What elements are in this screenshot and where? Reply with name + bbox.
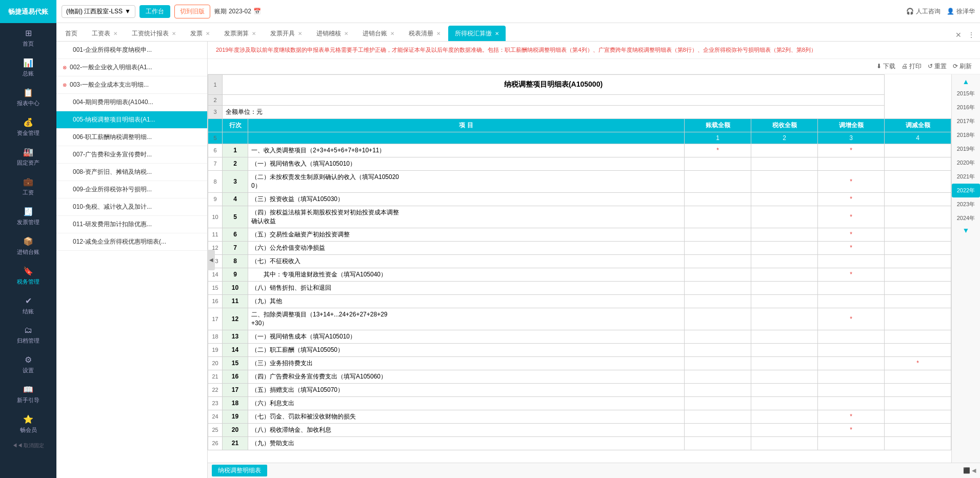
- col-e-8[interactable]: *: [818, 268, 885, 281]
- col-d-15[interactable]: [751, 370, 818, 383]
- col-e-7[interactable]: [818, 254, 885, 268]
- col-d-5[interactable]: [751, 228, 818, 241]
- col-e-3[interactable]: *: [818, 192, 885, 206]
- col-d-3[interactable]: [751, 192, 818, 206]
- year-down-btn[interactable]: ▼: [962, 225, 971, 235]
- col-e-18[interactable]: *: [818, 410, 885, 423]
- col-e-13[interactable]: [818, 343, 885, 356]
- col-f-1[interactable]: [885, 157, 951, 170]
- col-f-11[interactable]: [885, 308, 951, 330]
- tab-1[interactable]: 工资表✕: [85, 26, 124, 41]
- year-item-0[interactable]: 2015年: [952, 87, 980, 101]
- tab-6[interactable]: 进销稽核✕: [310, 26, 355, 41]
- tab-0[interactable]: 首页: [58, 26, 84, 41]
- col-e-2[interactable]: *: [818, 170, 885, 192]
- sidebar-item-7[interactable]: 📦进销台账: [0, 231, 56, 261]
- col-f-0[interactable]: [885, 144, 951, 157]
- col-d-9[interactable]: [751, 281, 818, 294]
- col-e-19[interactable]: *: [818, 423, 885, 436]
- col-f-16[interactable]: [885, 383, 951, 396]
- left-menu-item-1[interactable]: ⊗002-一般企业收入明细表(A1...: [56, 59, 207, 76]
- left-menu-item-6[interactable]: 007-广告费和业务宣传费时...: [56, 146, 207, 164]
- col-d-2[interactable]: [751, 170, 818, 192]
- col-f-4[interactable]: [885, 206, 951, 228]
- close-tab-btn[interactable]: ✕: [952, 30, 965, 40]
- col-c-16[interactable]: [685, 383, 751, 396]
- col-f-14[interactable]: *: [885, 356, 951, 370]
- tab-5[interactable]: 发票开具✕: [264, 26, 309, 41]
- year-item-2[interactable]: 2017年: [952, 114, 980, 128]
- left-menu-item-0[interactable]: 001-企业所得税年度纳税申...: [56, 42, 207, 59]
- col-d-12[interactable]: [751, 330, 818, 343]
- col-f-15[interactable]: [885, 370, 951, 383]
- col-f-12[interactable]: [885, 330, 951, 343]
- col-e-6[interactable]: *: [818, 241, 885, 254]
- sidebar-item-3[interactable]: 💰资金管理: [0, 112, 56, 142]
- col-c-13[interactable]: [685, 343, 751, 356]
- col-f-9[interactable]: [885, 281, 951, 294]
- col-f-19[interactable]: [885, 423, 951, 436]
- left-menu-item-10[interactable]: 011-研发费用加计扣除优惠...: [56, 216, 207, 233]
- calendar-icon[interactable]: 📅: [253, 8, 261, 15]
- col-f-7[interactable]: [885, 254, 951, 268]
- col-f-20[interactable]: [885, 436, 951, 450]
- download-btn[interactable]: ⬇ 下载: [876, 62, 895, 71]
- col-d-13[interactable]: [751, 343, 818, 356]
- col-e-9[interactable]: [818, 281, 885, 294]
- col-d-18[interactable]: [751, 410, 818, 423]
- col-d-14[interactable]: [751, 356, 818, 370]
- col-e-17[interactable]: [818, 396, 885, 410]
- tab-close-6[interactable]: ✕: [344, 31, 348, 36]
- col-e-4[interactable]: *: [818, 206, 885, 228]
- tab-close-5[interactable]: ✕: [298, 31, 302, 36]
- left-menu-item-11[interactable]: 012-减免企业所得税优惠明细表(...: [56, 233, 207, 251]
- sidebar-item-10[interactable]: 🗂归档管理: [0, 321, 56, 350]
- year-item-3[interactable]: 2018年: [952, 128, 980, 142]
- tab-8[interactable]: 税表清册✕: [402, 26, 447, 41]
- year-item-8[interactable]: 2023年: [952, 197, 980, 211]
- sidebar-item-9[interactable]: ✔结账: [0, 291, 56, 321]
- col-c-3[interactable]: [685, 192, 751, 206]
- col-c-8[interactable]: [685, 268, 751, 281]
- col-c-7[interactable]: [685, 254, 751, 268]
- col-d-19[interactable]: [751, 423, 818, 436]
- tab-close-4[interactable]: ✕: [252, 31, 256, 36]
- col-e-20[interactable]: [818, 436, 885, 450]
- col-c-11[interactable]: [685, 308, 751, 330]
- year-item-6[interactable]: 2021年: [952, 170, 980, 184]
- workbench-btn[interactable]: 工作台: [139, 5, 170, 18]
- col-f-3[interactable]: [885, 192, 951, 206]
- tab-3[interactable]: 发票✕: [184, 26, 216, 41]
- sidebar-item-1[interactable]: 📊总账: [0, 53, 56, 83]
- sidebar-item-2[interactable]: 📋报表中心: [0, 83, 56, 112]
- sheet-main[interactable]: 1纳税调整项目明细表(A105000)23全额单位：元 行次 项 目 账载全额 …: [208, 74, 951, 463]
- col-d-16[interactable]: [751, 383, 818, 396]
- col-d-1[interactable]: [751, 157, 818, 170]
- col-f-13[interactable]: [885, 343, 951, 356]
- tab-close-1[interactable]: ✕: [113, 31, 117, 36]
- col-e-0[interactable]: *: [818, 144, 885, 157]
- year-item-1[interactable]: 2016年: [952, 101, 980, 114]
- support-btn[interactable]: 🎧 人工咨询: [906, 7, 941, 16]
- tab-2[interactable]: 工资统计报表✕: [125, 26, 183, 41]
- col-d-7[interactable]: [751, 254, 818, 268]
- left-menu-item-2[interactable]: ⊗003-一般企业成本支出明细...: [56, 76, 207, 94]
- col-c-19[interactable]: [685, 423, 751, 436]
- col-f-6[interactable]: [885, 241, 951, 254]
- col-e-10[interactable]: [818, 294, 885, 308]
- sidebar-item-0[interactable]: ⊞首页: [0, 23, 56, 53]
- tab-7[interactable]: 进销台账✕: [356, 26, 401, 41]
- tab-close-3[interactable]: ✕: [206, 31, 210, 36]
- col-c-9[interactable]: [685, 281, 751, 294]
- col-d-8[interactable]: [751, 268, 818, 281]
- col-d-4[interactable]: [751, 206, 818, 228]
- col-d-6[interactable]: [751, 241, 818, 254]
- user-area[interactable]: 👤 徐泽华: [947, 7, 975, 16]
- year-item-5[interactable]: 2020年: [952, 156, 980, 170]
- col-c-0[interactable]: *: [685, 144, 751, 157]
- left-menu-item-5[interactable]: 006-职工薪酬纳税调整明细...: [56, 129, 207, 146]
- sidebar-item-13[interactable]: ⭐畅会员: [0, 409, 56, 439]
- col-c-6[interactable]: [685, 241, 751, 254]
- col-c-15[interactable]: [685, 370, 751, 383]
- col-c-4[interactable]: [685, 206, 751, 228]
